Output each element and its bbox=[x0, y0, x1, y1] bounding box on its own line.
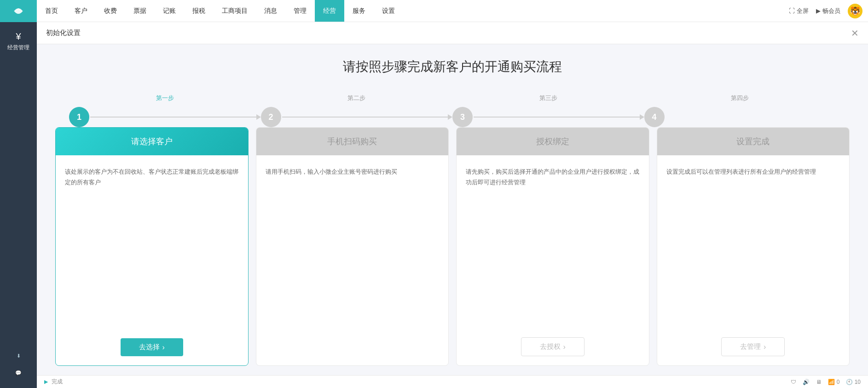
sidebar-download-button[interactable]: ⬇ bbox=[15, 348, 22, 364]
step-circle-3: 3 bbox=[452, 107, 473, 127]
sidebar-bottom: ⬇ 💬 bbox=[15, 348, 22, 388]
step-label-1: 第一步 bbox=[156, 94, 174, 102]
steps-row: 第一步1第二步2第三步3第四步4 bbox=[55, 94, 850, 127]
card-header-4: 设置完成 bbox=[657, 128, 850, 155]
card-footer-3: 去授权 › bbox=[457, 330, 649, 365]
main-layout: ¥ 经营管理 ⬇ 💬 初始化设置 ✕ 请按照步骤完成新客户的开通购买流程 第一步… bbox=[0, 22, 868, 388]
card-action-button-4[interactable]: 去管理 › bbox=[721, 337, 785, 356]
nav-item-管理[interactable]: 管理 bbox=[285, 0, 315, 22]
nav-item-工商项目[interactable]: 工商项目 bbox=[214, 0, 256, 22]
step-col-3: 第三步3 bbox=[452, 94, 644, 127]
volume-icon: 🔊 bbox=[803, 379, 810, 385]
sidebar-item-label: 经营管理 bbox=[7, 44, 29, 52]
network-status: 📶 0 bbox=[828, 379, 839, 385]
step-col-4: 第四步4 bbox=[644, 94, 836, 127]
step-line-1 bbox=[90, 117, 260, 118]
nav-item-报税[interactable]: 报税 bbox=[184, 0, 214, 22]
sidebar: ¥ 经营管理 ⬇ 💬 bbox=[0, 22, 37, 388]
status-right: 🛡 🔊 🖥 📶 0 🕙 10 bbox=[791, 379, 861, 385]
card-footer-1: 去选择 › bbox=[56, 331, 248, 365]
card-body-4: 设置完成后可以在管理列表进行所有企业用户的经营管理 bbox=[657, 155, 850, 330]
step-circle-2: 2 bbox=[261, 107, 281, 127]
main-content: 初始化设置 ✕ 请按照步骤完成新客户的开通购买流程 第一步1第二步2第三步3第四… bbox=[37, 22, 868, 388]
fullscreen-icon: ⛶ bbox=[789, 7, 795, 14]
nav-item-设置[interactable]: 设置 bbox=[374, 0, 403, 22]
step-line-3 bbox=[474, 117, 643, 118]
step-card-2: 手机扫码购买请用手机扫码，输入小微企业主账号密码进行购买 bbox=[256, 127, 449, 366]
video-icon: ▶ bbox=[816, 7, 821, 14]
step-circle-1: 1 bbox=[69, 107, 89, 127]
step-circle-row-2: 2 bbox=[261, 107, 453, 127]
vip-button[interactable]: ▶ 畅会员 bbox=[816, 7, 840, 15]
sidebar-chat-button[interactable]: 💬 bbox=[15, 365, 22, 381]
card-body-3: 请先购买，购买后选择开通的产品中的企业用户进行授权绑定，成功后即可进行经营管理 bbox=[457, 155, 649, 330]
cards-row: 请选择客户该处展示的客户为不在回收站、客户状态正常建账后完成老板端绑定的所有客户… bbox=[55, 127, 850, 366]
step-label-3: 第三步 bbox=[539, 94, 557, 102]
shield-icon: 🛡 bbox=[791, 379, 796, 385]
close-button[interactable]: ✕ bbox=[851, 29, 859, 38]
nav-item-记账[interactable]: 记账 bbox=[155, 0, 184, 22]
step-col-1: 第一步1 bbox=[69, 94, 261, 127]
status-bar: ▶ 完成 🛡 🔊 🖥 📶 0 🕙 10 bbox=[37, 375, 868, 388]
chat-icon: 💬 bbox=[15, 370, 22, 376]
step-arrow-1 bbox=[256, 114, 261, 120]
flow-heading: 请按照步骤完成新客户的开通购买流程 bbox=[55, 58, 850, 76]
step-label-4: 第四步 bbox=[731, 94, 749, 102]
step-arrow-2 bbox=[448, 114, 452, 120]
avatar[interactable]: 🐯 bbox=[848, 4, 862, 18]
step-circle-row-4: 4 bbox=[644, 107, 836, 127]
clock-icon: 🕙 10 bbox=[846, 379, 861, 385]
fullscreen-button[interactable]: ⛶ 全屏 bbox=[789, 7, 809, 15]
card-header-2: 手机扫码购买 bbox=[256, 128, 449, 155]
card-body-1: 该处展示的客户为不在回收站、客户状态正常建账后完成老板端绑定的所有客户 bbox=[56, 155, 248, 331]
download-icon: ⬇ bbox=[17, 353, 21, 359]
page-title: 初始化设置 bbox=[46, 29, 81, 37]
card-header-1: 请选择客户 bbox=[56, 128, 248, 155]
step-card-4: 设置完成设置完成后可以在管理列表进行所有企业用户的经营管理去管理 › bbox=[657, 127, 850, 366]
step-card-3: 授权绑定请先购买，购买后选择开通的产品中的企业用户进行授权绑定，成功后即可进行经… bbox=[456, 127, 649, 366]
card-action-button-3[interactable]: 去授权 › bbox=[521, 337, 584, 356]
sidebar-item-management[interactable]: ¥ 经营管理 bbox=[0, 26, 37, 57]
step-card-1: 请选择客户该处展示的客户为不在回收站、客户状态正常建账后完成老板端绑定的所有客户… bbox=[55, 127, 249, 366]
nav-item-服务[interactable]: 服务 bbox=[344, 0, 374, 22]
step-circle-row-1: 1 bbox=[69, 107, 261, 127]
yuan-icon: ¥ bbox=[16, 31, 21, 42]
top-navigation: 首页客户收费票据记账报税工商项目消息管理经营服务设置 ⛶ 全屏 ▶ 畅会员 🐯 bbox=[0, 0, 868, 22]
nav-item-客户[interactable]: 客户 bbox=[66, 0, 96, 22]
step-col-2: 第二步2 bbox=[261, 94, 453, 127]
app-logo bbox=[0, 0, 37, 22]
step-circle-row-3: 3 bbox=[452, 107, 644, 127]
play-icon: ▶ bbox=[44, 379, 48, 385]
nav-item-收费[interactable]: 收费 bbox=[96, 0, 125, 22]
nav-item-首页[interactable]: 首页 bbox=[37, 0, 66, 22]
page-header: 初始化设置 ✕ bbox=[37, 22, 868, 44]
screen-icon: 🖥 bbox=[816, 379, 822, 385]
nav-items: 首页客户收费票据记账报税工商项目消息管理经营服务设置 bbox=[37, 0, 789, 22]
status-left: ▶ 完成 bbox=[44, 378, 63, 386]
nav-right: ⛶ 全屏 ▶ 畅会员 🐯 bbox=[789, 4, 868, 18]
card-header-3: 授权绑定 bbox=[457, 128, 649, 155]
card-action-button-1[interactable]: 去选择 › bbox=[121, 338, 183, 356]
card-footer-4: 去管理 › bbox=[657, 330, 850, 365]
step-arrow-3 bbox=[640, 114, 644, 120]
nav-item-消息[interactable]: 消息 bbox=[256, 0, 285, 22]
card-body-2: 请用手机扫码，输入小微企业主账号密码进行购买 bbox=[256, 155, 449, 340]
step-label-2: 第二步 bbox=[347, 94, 365, 102]
step-line-2 bbox=[282, 117, 452, 118]
nav-item-票据[interactable]: 票据 bbox=[125, 0, 155, 22]
step-circle-4: 4 bbox=[644, 107, 665, 127]
flow-area: 请按照步骤完成新客户的开通购买流程 第一步1第二步2第三步3第四步4 请选择客户… bbox=[37, 44, 868, 375]
status-text: 完成 bbox=[52, 378, 63, 386]
nav-item-经营[interactable]: 经营 bbox=[315, 0, 344, 22]
